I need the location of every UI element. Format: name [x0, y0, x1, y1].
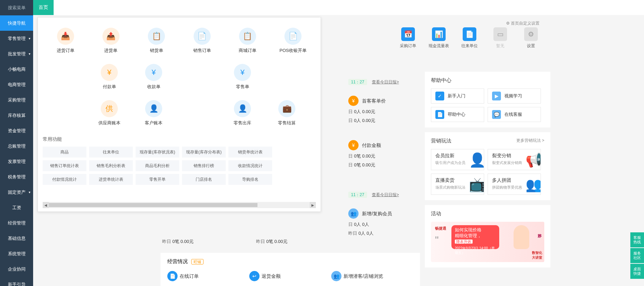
marketing-title: 营销玩法更多营销玩法 > — [431, 138, 544, 144]
view-daily-report-link[interactable]: 查看今日日报> — [372, 80, 399, 84]
sidebar-item-funds[interactable]: 资金管理 — [0, 123, 33, 138]
sidebar-item-retail[interactable]: 零售管理▾ — [0, 31, 33, 46]
sidebar-item-system[interactable]: 系统管理 — [0, 246, 33, 261]
sidebar-item-enterprise[interactable]: 企业协同 — [0, 261, 33, 277]
flow-sales-bill[interactable]: 📋销货单 — [134, 28, 179, 54]
person-avatar — [514, 225, 529, 249]
flow-pos-bill[interactable]: 📄POS收银开单 — [271, 28, 315, 54]
supplier-icon: 供 — [101, 100, 118, 117]
func-guide-rank[interactable]: 导购排名 — [228, 174, 272, 185]
func-purchase-stat[interactable]: 进货单统计表 — [89, 174, 133, 185]
promo-fission[interactable]: 裂变分销裂变式发展分销商📢 — [488, 149, 541, 170]
report-time-badge: 11：27 — [348, 192, 367, 198]
report-time-badge: 11：27 — [348, 79, 367, 85]
flow-customer-ledger[interactable]: 👤客户账本 — [131, 100, 176, 126]
sidebar-item-quicknav[interactable]: 快捷导航 — [0, 15, 33, 31]
float-desktop[interactable]: 桌面快捷 — [630, 264, 644, 279]
money-icon: ¥ — [234, 64, 251, 81]
func-sales-profit[interactable]: 销售毛利分析表 — [89, 160, 133, 171]
func-product[interactable]: 商品 — [43, 147, 86, 158]
flow-retail-settle[interactable]: 💼零售结算 — [265, 100, 309, 126]
shortcut-partner[interactable]: 📄往来单位 — [454, 27, 485, 49]
flow-mall-order[interactable]: 📋商城订单 — [225, 28, 270, 54]
flow-supplier-ledger[interactable]: 供供应商账本 — [87, 100, 131, 126]
help-video[interactable]: ▶视频学习 — [488, 88, 541, 104]
activity-title: 活动 — [431, 210, 544, 217]
func-product-profit[interactable]: 商品毛利分析 — [136, 160, 179, 171]
promo-live[interactable]: 直播卖货场景式购物新玩法📺 — [431, 174, 484, 195]
help-getting-started[interactable]: ✓新手入门 — [431, 88, 484, 104]
func-receipt-stat[interactable]: 收款情况统计 — [228, 160, 272, 171]
func-store-rank[interactable]: 门店排名 — [182, 174, 226, 185]
sidebar-item-assets[interactable]: 固定资产▾ — [0, 185, 33, 200]
help-center[interactable]: 📄帮助中心 — [431, 107, 484, 122]
doc-icon: 📄 — [284, 28, 302, 45]
sidebar-item-ecommerce[interactable]: 电商管理 — [0, 77, 33, 92]
horizontal-scrollbar[interactable]: ◀ ▶ — [43, 202, 316, 208]
shortcut-settings[interactable]: ⚙设置 — [516, 27, 546, 49]
func-partner[interactable]: 往来单位 — [89, 147, 133, 158]
sidebar-item-wholesale[interactable]: 批发管理▾ — [0, 46, 33, 62]
scroll-track[interactable] — [49, 203, 310, 207]
view-daily-report-link[interactable]: 查看今日日报> — [372, 192, 399, 197]
stat-line: 日 0笔 0.00元 — [348, 153, 417, 159]
stat-payment-title: 付款金额 — [362, 142, 381, 148]
float-hotline[interactable]: 客服热线 — [630, 232, 644, 247]
sidebar-item-tax[interactable]: 税务管理 — [0, 169, 33, 185]
sidebar-item-salary[interactable]: 工资 — [0, 200, 33, 215]
flow-retail-bill[interactable]: ¥零售单 — [220, 64, 265, 90]
shortcut-cashflow[interactable]: 📊现金流量表 — [423, 27, 454, 49]
right-column: 帮助中心 ✓新手入门 ▶视频学习 📄帮助中心 💬在线客服 营销玩法更多营销玩法 … — [425, 72, 550, 272]
doc-out-icon: 📤 — [102, 28, 120, 45]
scroll-left-icon[interactable]: ◀ — [43, 202, 49, 208]
float-community[interactable]: 服务社区 — [630, 248, 644, 263]
shortcut-purchase-order[interactable]: 📅采购订单 — [393, 27, 423, 49]
promo-group[interactable]: 多人拼团拼团购物享受优惠👥 — [488, 174, 541, 195]
sidebar-item-guide[interactable]: 新手引导 — [0, 277, 33, 286]
help-label: 新手入门 — [448, 93, 465, 99]
func-stock-dist[interactable]: 现存量(库存分布表) — [182, 147, 226, 158]
common-functions-title: 常用功能 — [43, 136, 316, 142]
sidebar-item-inventory[interactable]: 库存核算 — [0, 108, 33, 123]
scroll-thumb[interactable] — [49, 203, 257, 207]
flow-purchase-order[interactable]: 📥进货订单 — [43, 28, 88, 54]
help-chat[interactable]: 💬在线客服 — [488, 107, 541, 122]
flow-receipt[interactable]: ¥收款单 — [131, 64, 176, 90]
biz-online-order[interactable]: 📄在线订单 — [167, 271, 249, 281]
sidebar-item-purchase[interactable]: 采购管理 — [0, 92, 33, 108]
activity-banner[interactable]: 畅捷通 " 如何实现价格 精细化管理， 降本升效 2022年9月23日 14:0… — [431, 222, 544, 262]
flow-retail-out[interactable]: 👤零售出库 — [220, 100, 265, 126]
flow-label: 商城订单 — [239, 47, 256, 54]
help-panel: 帮助中心 ✓新手入门 ▶视频学习 📄帮助中心 💬在线客服 — [425, 72, 550, 127]
func-retail-bill[interactable]: 零售开单 — [136, 174, 179, 185]
sidebar-search[interactable]: 搜索菜单 — [0, 0, 33, 15]
biz-refund[interactable]: ↩退货金额 — [249, 271, 331, 281]
doc-icon: 📄 — [167, 271, 178, 281]
promo-member[interactable]: 会员拉新吸引用户成为会员👤 — [431, 149, 484, 170]
func-payment-stat[interactable]: 付款情况统计 — [43, 174, 86, 185]
func-sales-stat[interactable]: 销货单统计表 — [228, 147, 272, 158]
stat-line: 昨日 0笔 0.00元 — [162, 239, 194, 245]
empty-icon: ▭ — [493, 27, 507, 41]
help-label: 在线客服 — [504, 111, 522, 118]
sidebar-item-ledger[interactable]: 总账管理 — [0, 138, 33, 154]
promo-shadow-icon: 👤 — [469, 152, 484, 168]
flow-purchase-bill[interactable]: 📤进货单 — [89, 28, 133, 54]
help-label: 视频学习 — [504, 93, 522, 99]
sidebar-item-xiaochang[interactable]: 小畅电商 — [0, 62, 33, 77]
list-icon: 📋 — [239, 28, 256, 45]
func-stock-status[interactable]: 现存量(库存状况表) — [136, 147, 179, 158]
scroll-right-icon[interactable]: ▶ — [310, 202, 316, 208]
tab-home[interactable]: 首页 — [33, 0, 54, 15]
marketing-more-link[interactable]: 更多营销玩法 > — [516, 138, 544, 144]
flow-payment[interactable]: ¥付款单 — [87, 64, 131, 90]
sidebar-item-operation[interactable]: 经营管理 — [0, 215, 33, 231]
flow-sales-order[interactable]: 📄销售订单 — [180, 28, 224, 54]
func-sales-rank[interactable]: 销售排行榜 — [182, 160, 226, 171]
customize-home-link[interactable]: 首页自定义设置 — [506, 21, 540, 26]
func-salesorder-stat[interactable]: 销售订单统计表 — [43, 160, 86, 171]
sidebar-item-basicinfo[interactable]: 基础信息 — [0, 231, 33, 246]
doc-icon: 📄 — [435, 110, 444, 119]
biz-new-visitor[interactable]: 👥新增潜客/店铺浏览 — [331, 271, 413, 281]
sidebar-item-invoice[interactable]: 发票管理 — [0, 154, 33, 169]
